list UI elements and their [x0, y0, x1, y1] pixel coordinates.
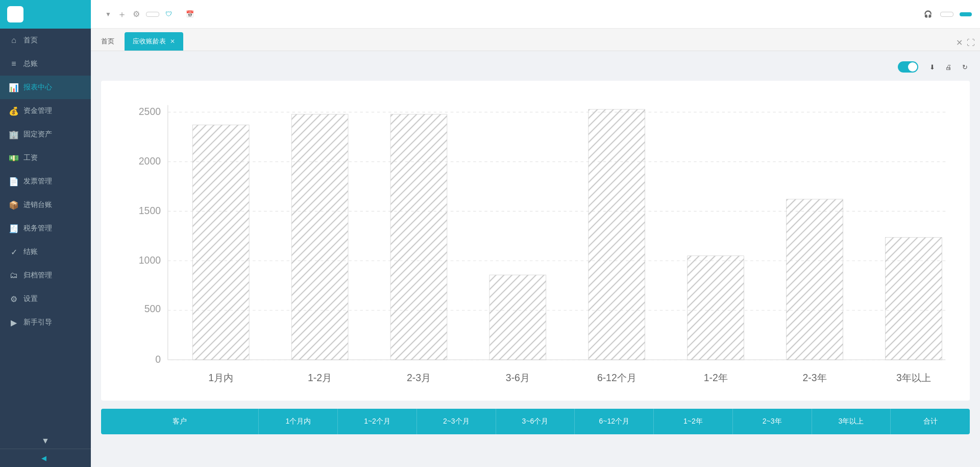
home-icon: ⌂ — [9, 36, 18, 45]
topbar-accountant-button[interactable] — [960, 12, 972, 16]
sidebar-item-home[interactable]: ⌂首页 — [0, 29, 91, 52]
payroll-icon: 💵 — [9, 153, 18, 162]
chart-toggle-group — [898, 61, 921, 73]
table-header-0: 客户 — [101, 409, 259, 434]
table-header-8: 3年以上 — [812, 409, 891, 434]
tabbar-close-button[interactable]: ✕ — [956, 38, 963, 48]
bar-1-2年 — [688, 256, 744, 360]
sidebar-label-assets: 固定资产 — [23, 130, 52, 139]
svg-text:1000: 1000 — [139, 254, 161, 266]
svg-text:0: 0 — [155, 354, 161, 365]
tabbar-expand-button[interactable]: ⛶ — [967, 38, 975, 48]
svg-text:1-2年: 1-2年 — [704, 372, 728, 383]
topbar-period: 📅 — [180, 10, 194, 18]
tabbar: 首页 应收账龄表 ✕ ✕ ⛶ — [91, 29, 980, 51]
sidebar-label-guide: 新手引导 — [23, 318, 52, 327]
topbar-certified-badge: 🛡 — [165, 10, 174, 18]
sidebar-scroll-down[interactable]: ▼ — [0, 433, 91, 449]
page-content: ⬇ 🖨 ↻ 0 50 — [91, 51, 980, 467]
svg-text:3年以上: 3年以上 — [896, 372, 931, 383]
sidebar-label-tax: 税务管理 — [23, 224, 52, 233]
topbar-gear-icon[interactable]: ⚙ — [133, 9, 140, 19]
table-header-6: 1~2年 — [654, 409, 733, 434]
refresh-button[interactable]: ↻ — [962, 63, 970, 71]
sidebar-label-ledger: 总账 — [23, 59, 38, 68]
print-button[interactable]: 🖨 — [945, 63, 954, 71]
sidebar-item-settle[interactable]: ✓结账 — [0, 240, 91, 264]
sidebar-item-ledger[interactable]: ≡总账 — [0, 52, 91, 76]
sidebar-item-guide[interactable]: ▶新手引导 — [0, 311, 91, 334]
sidebar-nav: ⌂首页≡总账📊报表中心💰资金管理🏢固定资产💵工资📄发票管理📦进销台账🧾税务管理✓… — [0, 29, 91, 433]
tab-aging[interactable]: 应收账龄表 ✕ — [125, 32, 183, 51]
svg-text:1500: 1500 — [139, 205, 161, 216]
chart-toggle[interactable] — [898, 61, 918, 73]
chart-container: 0 500 1000 1500 2000 2500 — [101, 81, 970, 401]
table-header-9: 合计 — [891, 409, 970, 434]
sidebar-item-settings[interactable]: ⚙设置 — [0, 287, 91, 311]
cancel-fixed-button[interactable]: ◀ — [0, 449, 91, 467]
table-header-5: 6~12个月 — [575, 409, 654, 434]
svg-text:3-6月: 3-6月 — [506, 372, 530, 383]
sidebar-logo — [0, 0, 91, 29]
shield-icon: 🛡 — [165, 10, 172, 18]
sidebar-item-invoice[interactable]: 📄发票管理 — [0, 170, 91, 193]
sidebar-label-settle: 结账 — [23, 247, 38, 256]
topbar-add-button[interactable]: ＋ — [117, 8, 127, 20]
tab-home[interactable]: 首页 — [91, 32, 125, 51]
archive-icon: 🗂 — [9, 271, 18, 280]
topbar-consult-button[interactable]: 🎧 — [924, 10, 934, 18]
calendar-icon[interactable]: 📅 — [186, 10, 194, 18]
topbar-switch-button[interactable] — [146, 12, 159, 17]
tab-close-icon[interactable]: ✕ — [170, 38, 175, 45]
bar-1月内 — [192, 125, 249, 360]
svg-text:2500: 2500 — [139, 106, 161, 117]
download-icon: ⬇ — [929, 63, 935, 71]
sidebar: ⌂首页≡总账📊报表中心💰资金管理🏢固定资产💵工资📄发票管理📦进销台账🧾税务管理✓… — [0, 0, 91, 467]
chevron-down-icon: ▼ — [41, 436, 50, 446]
invsales-icon: 📦 — [9, 200, 18, 209]
settle-icon: ✓ — [9, 247, 18, 256]
svg-text:2-3年: 2-3年 — [803, 372, 827, 383]
reports-icon: 📊 — [9, 83, 18, 92]
logo-icon — [7, 6, 23, 22]
bar-3-6月 — [489, 275, 546, 360]
bar-chart: 0 500 1000 1500 2000 2500 — [111, 91, 960, 388]
svg-text:1月内: 1月内 — [208, 372, 233, 383]
sidebar-item-reports[interactable]: 📊报表中心 — [0, 76, 91, 99]
sidebar-label-invoice: 发票管理 — [23, 177, 52, 186]
print-icon: 🖨 — [945, 63, 952, 71]
svg-text:1-2月: 1-2月 — [308, 372, 332, 383]
topbar-manager-button[interactable] — [940, 12, 953, 17]
tab-home-label: 首页 — [101, 37, 114, 46]
data-table: 客户1个月内1~2个月2~3个月3~6个月6~12个月1~2年2~3年3年以上合… — [101, 409, 970, 434]
guide-icon: ▶ — [9, 318, 18, 327]
tax-icon: 🧾 — [9, 224, 18, 233]
ledger-icon: ≡ — [9, 59, 18, 68]
sidebar-label-reports: 报表中心 — [23, 83, 52, 92]
headset-icon: 🎧 — [924, 10, 932, 18]
sidebar-item-payroll[interactable]: 💵工资 — [0, 146, 91, 170]
sidebar-item-assets[interactable]: 🏢固定资产 — [0, 123, 91, 146]
tab-aging-label: 应收账龄表 — [133, 37, 166, 46]
svg-text:2000: 2000 — [139, 155, 161, 167]
sidebar-item-funds[interactable]: 💰资金管理 — [0, 99, 91, 123]
sidebar-item-tax[interactable]: 🧾税务管理 — [0, 217, 91, 240]
table-header-7: 2~3年 — [733, 409, 812, 434]
topbar-dropdown-icon[interactable]: ▼ — [105, 11, 111, 18]
sidebar-label-archive: 归档管理 — [23, 271, 52, 280]
download-button[interactable]: ⬇ — [929, 63, 937, 71]
bar-1-2月 — [291, 114, 348, 360]
bar-3年以上 — [886, 238, 942, 360]
bar-6-12月 — [589, 109, 645, 360]
sidebar-label-payroll: 工资 — [23, 153, 38, 162]
svg-text:500: 500 — [144, 303, 161, 314]
table-header-3: 2~3个月 — [417, 409, 496, 434]
sidebar-item-invsales[interactable]: 📦进销台账 — [0, 193, 91, 217]
table-header-1: 1个月内 — [259, 409, 338, 434]
sidebar-label-funds: 资金管理 — [23, 106, 52, 115]
pin-icon: ◀ — [41, 454, 46, 462]
svg-text:6-12个月: 6-12个月 — [597, 372, 636, 383]
page-header: ⬇ 🖨 ↻ — [101, 61, 970, 73]
sidebar-label-settings: 设置 — [23, 294, 38, 303]
sidebar-item-archive[interactable]: 🗂归档管理 — [0, 264, 91, 287]
